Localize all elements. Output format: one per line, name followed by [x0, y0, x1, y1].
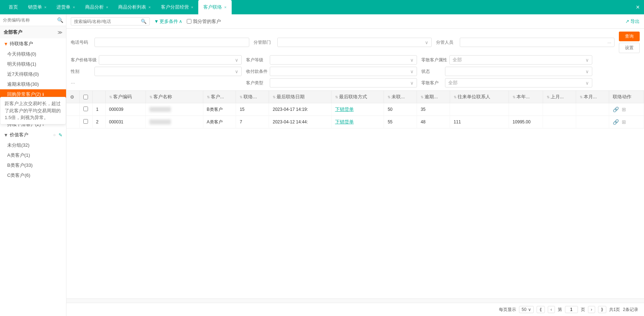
pending-group-title[interactable]: ▼ 待联络客户: [0, 38, 66, 49]
retail-attr-arrow-icon: ∨: [585, 57, 589, 63]
sidebar-item-unclassified[interactable]: 未分组(32): [0, 140, 66, 150]
row-checkbox-2[interactable]: [83, 119, 88, 124]
query-settings-buttons: 查询 设置: [619, 32, 640, 53]
sort-icon-overdue[interactable]: ⇅: [421, 95, 423, 99]
edit-value-group-icon[interactable]: ✎: [59, 132, 62, 138]
retail-attr-select[interactable]: 全部 ∨: [449, 55, 592, 65]
page-first-button[interactable]: ⟪: [537, 306, 545, 313]
sort-icon-pending[interactable]: ⇅: [388, 95, 390, 99]
sort-icon-contact[interactable]: ⇅: [240, 95, 242, 99]
sidebar-item-7day-pending[interactable]: 近7天待联络(0): [0, 69, 66, 79]
table-row: 2 000031 A类客户 7 2023-04-12 14:44: 下销货单 5…: [66, 116, 644, 128]
sort-icon-last-date[interactable]: ⇅: [273, 95, 275, 99]
value-group-header[interactable]: ▼ 价值客户 ○ ✎: [0, 129, 66, 140]
td-last-method-1: 下销货单: [331, 103, 384, 116]
nav-customer-tier[interactable]: 客户分层经营 ×: [156, 0, 198, 14]
sort-icon-code[interactable]: ⇅: [109, 95, 112, 99]
sort-icon-last-method[interactable]: ⇅: [335, 95, 338, 99]
select-all-checkbox[interactable]: [83, 95, 88, 99]
action-grid-icon-1[interactable]: ⊞: [622, 107, 626, 112]
sort-icon-last-month[interactable]: ⇅: [547, 95, 550, 99]
gender-select[interactable]: ∨: [94, 67, 242, 76]
sort-icon-type[interactable]: ⇅: [207, 95, 210, 99]
filter-customer-level: 客户等级 ∨: [246, 55, 417, 65]
action-link-icon-2[interactable]: 🔗: [613, 119, 619, 125]
nav-sales-order[interactable]: 销货单 ×: [23, 0, 51, 14]
th-this-year: ⇅ 本年...: [509, 91, 543, 103]
td-this-month-2: [576, 116, 609, 128]
collapse-sidebar-icon[interactable]: ≫: [57, 30, 62, 35]
sort-icon-this-month[interactable]: ⇅: [580, 95, 583, 99]
window-close-button[interactable]: ×: [636, 4, 640, 11]
nav-purchase-order[interactable]: 进货单 ×: [51, 0, 80, 14]
td-overdue-2: 48: [417, 116, 450, 128]
search-input[interactable]: [74, 19, 141, 24]
page-last-button[interactable]: ⟫: [598, 306, 606, 313]
status-select[interactable]: ∨: [445, 67, 592, 76]
sidebar-item-b-class[interactable]: B类客户(33): [0, 160, 66, 170]
filter-gender: 性别 ∨: [71, 67, 242, 76]
td-contact-2: 7: [236, 116, 269, 128]
phone-input[interactable]: [94, 38, 249, 47]
row-checkbox-1[interactable]: [83, 107, 88, 111]
sidebar-item-c-class[interactable]: C类客户(6): [0, 170, 66, 180]
td-type-1: B类客户: [203, 103, 236, 116]
sort-icon-name[interactable]: ⇅: [149, 95, 152, 99]
filter-status: 状态 ∨: [421, 67, 592, 76]
info-icon: ℹ: [42, 92, 44, 97]
horizontal-scrollbar[interactable]: [66, 298, 644, 303]
sort-icon-this-year[interactable]: ⇅: [513, 95, 515, 99]
close-customer-tier-icon[interactable]: ×: [191, 5, 193, 9]
page-size-select[interactable]: 50 ∨: [519, 306, 533, 313]
my-customers-checkbox[interactable]: [187, 19, 191, 24]
last-method-link-1[interactable]: 下销货单: [335, 107, 354, 112]
sidebar-item-today-pending[interactable]: 今天待联络(0): [0, 49, 66, 59]
page-next-button[interactable]: ›: [588, 306, 595, 313]
sidebar-search-icon[interactable]: 🔍: [57, 17, 63, 23]
sidebar-search-area: 🔍: [0, 14, 66, 26]
td-code-1: 000039: [105, 103, 145, 116]
all-customers-header[interactable]: 全部客户 ≫: [0, 26, 66, 38]
nav-product-analysis[interactable]: 商品分析 ×: [80, 0, 113, 14]
more-conditions-button[interactable]: ▼ 更多条件 ∧: [154, 18, 182, 25]
filter-area: 电话号码 分管部门 ∨ 分管人员 ··· 查询 设置: [66, 29, 644, 91]
td-name-2: [145, 116, 203, 128]
column-settings-icon[interactable]: ⚙: [70, 94, 74, 100]
page-number-input[interactable]: [565, 306, 578, 313]
sidebar-item-overdue-pending[interactable]: 逾期未联络(30): [0, 79, 66, 89]
sidebar-search-input[interactable]: [3, 18, 57, 23]
export-button[interactable]: ↗ 导出: [625, 18, 640, 25]
close-product-analysis-icon[interactable]: ×: [106, 5, 108, 9]
nav-customer-contact[interactable]: 客户联络 ×: [198, 0, 231, 14]
nav-home[interactable]: 首页: [4, 0, 23, 14]
sidebar-item-tomorrow-pending[interactable]: 明天待联络(1): [0, 59, 66, 69]
action-grid-icon-2[interactable]: ⊞: [622, 119, 626, 125]
action-link-icon-1[interactable]: 🔗: [613, 107, 619, 112]
close-purchase-order-icon[interactable]: ×: [73, 5, 75, 9]
td-name-1: [145, 103, 203, 116]
filter-manager: 分管人员 ···: [436, 38, 615, 47]
customer-type-select[interactable]: ∨: [270, 78, 417, 88]
dept-arrow-icon: ∨: [425, 40, 428, 45]
close-product-analysis-list-icon[interactable]: ×: [148, 5, 150, 9]
close-customer-contact-icon[interactable]: ×: [224, 5, 226, 9]
customer-level-select[interactable]: ∨: [270, 55, 417, 65]
nav-product-analysis-list[interactable]: 商品分析列表 ×: [113, 0, 156, 14]
close-sales-order-icon[interactable]: ×: [44, 5, 46, 9]
pending-arrow-icon: ▼: [4, 41, 8, 47]
sort-icon-unit-contact[interactable]: ⇅: [454, 95, 457, 99]
settings-button[interactable]: 设置: [619, 43, 640, 53]
dept-select[interactable]: ∨: [277, 38, 432, 47]
query-button[interactable]: 查询: [619, 32, 640, 41]
table-row: 1 000039 B类客户 15 2023-04-17 14:19: 下销货单 …: [66, 103, 644, 116]
sidebar-item-a-class[interactable]: A类客户(1): [0, 150, 66, 160]
payment-select[interactable]: ∨: [270, 67, 417, 76]
td-type-2: A类客户: [203, 116, 236, 128]
manager-select[interactable]: ···: [460, 38, 615, 47]
search-button-icon[interactable]: 🔍: [141, 19, 147, 24]
page-prev-button[interactable]: ‹: [548, 306, 555, 313]
last-method-link-2[interactable]: 下销货单: [335, 119, 354, 124]
price-level-select[interactable]: ∨: [99, 55, 242, 65]
retail-customer-select[interactable]: 全部 ∨: [445, 78, 592, 88]
filter-retail-customer: 零散客户 全部 ∨: [421, 78, 592, 88]
